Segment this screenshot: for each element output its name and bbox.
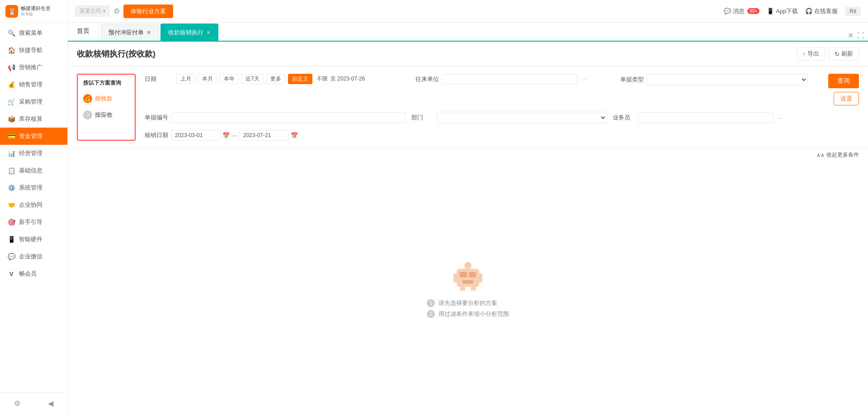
filter-sidebar-title: 按以下方案查询 bbox=[78, 79, 135, 90]
smart-hardware-icon: 📱 bbox=[7, 235, 15, 243]
sidebar-item-label: 销售管理 bbox=[19, 81, 42, 89]
collapse-button[interactable]: ∧∧ 收起更多条件 bbox=[816, 151, 859, 159]
doc-type-label: 单据类型 bbox=[620, 76, 644, 84]
collapse-label: 收起更多条件 bbox=[826, 151, 859, 159]
verify-date-end-input[interactable] bbox=[239, 130, 289, 141]
refresh-button[interactable]: ↻ 刷新 bbox=[829, 47, 859, 61]
collapse-icon: ∧∧ bbox=[816, 152, 825, 158]
tab-receipt-close-icon[interactable]: ✕ bbox=[206, 29, 211, 36]
tab-home[interactable]: 首页 bbox=[68, 22, 99, 41]
bottom-settings-icon[interactable]: ⚙ bbox=[12, 397, 22, 409]
page-header-actions: ↑ 导出 ↻ 刷新 bbox=[797, 47, 859, 66]
tab-receipt-label: 收款核销执行 bbox=[168, 29, 203, 37]
export-icon: ↑ bbox=[803, 51, 806, 57]
date-btn-7days[interactable]: 近7天 bbox=[241, 74, 264, 84]
calendar-icon-start[interactable]: 📅 bbox=[222, 132, 230, 139]
bottom-collapse-icon[interactable]: ◀ bbox=[46, 397, 55, 409]
sidebar-item-sales[interactable]: 💰 销售管理 bbox=[0, 76, 67, 93]
topbar-gear-icon[interactable]: ⚙ bbox=[113, 7, 120, 15]
tab-prepay-offset[interactable]: 预付冲应付单 ✕ bbox=[101, 24, 159, 41]
tab-receipt-offset[interactable]: 收款核销执行 ✕ bbox=[160, 24, 218, 41]
page-area: 收款核销执行(按收款) ↑ 导出 ↻ 刷新 按以下方案查询 💰 按收款 bbox=[68, 42, 868, 414]
date-label: 日期 bbox=[145, 75, 167, 83]
sidebar-bottom: ⚙ ◀ bbox=[0, 392, 67, 414]
sidebar-item-quick-nav[interactable]: 🏠 快捷导航 bbox=[0, 42, 67, 59]
sidebar-item-label: 畅会员 bbox=[19, 270, 37, 278]
basic-info-icon: 📋 bbox=[7, 167, 15, 175]
message-label: 消息 bbox=[733, 7, 745, 15]
sidebar-item-label: 经营管理 bbox=[19, 149, 42, 157]
hint-num-2: 2 bbox=[427, 310, 435, 318]
svg-rect-5 bbox=[467, 262, 469, 266]
online-service-item[interactable]: 🎧 在线客服 bbox=[805, 7, 838, 15]
trial-industry-button[interactable]: 体验行业方案 bbox=[123, 5, 173, 18]
settings-button[interactable]: 设置 bbox=[834, 92, 859, 105]
sidebar-item-guide[interactable]: 🎯 新手引导 bbox=[0, 214, 67, 231]
sidebar-item-purchase[interactable]: 🛒 采购管理 bbox=[0, 93, 67, 110]
wechat-icon: 💬 bbox=[7, 252, 15, 261]
export-button[interactable]: ↑ 导出 bbox=[797, 47, 826, 61]
sidebar-item-finance[interactable]: 💳 资金管理 bbox=[0, 128, 67, 145]
calendar-icon-end[interactable]: 📅 bbox=[291, 132, 298, 139]
doc-no-input[interactable] bbox=[171, 112, 406, 123]
partner-dots-icon[interactable]: ··· bbox=[580, 76, 589, 83]
finance-icon: 💳 bbox=[7, 132, 15, 140]
filter-option-by-receipt[interactable]: 💰 按收款 bbox=[78, 90, 135, 107]
sidebar-item-enterprise[interactable]: 🤝 企业协同 bbox=[0, 196, 67, 214]
search-button[interactable]: 查询 bbox=[828, 74, 859, 88]
sidebar-item-label: 基础信息 bbox=[19, 167, 42, 175]
filter-sidebar: 按以下方案查询 💰 按收款 ⏱ 按应收 bbox=[77, 74, 136, 141]
date-to-label: 至 2023-07-26 bbox=[330, 75, 365, 83]
sidebar-item-system[interactable]: ⚙️ 系统管理 bbox=[0, 179, 67, 196]
refresh-icon: ↻ bbox=[835, 51, 840, 57]
dept-select[interactable] bbox=[437, 112, 607, 124]
empty-hints: 1 请先选择要分析的方案 2 用过滤条件来缩小分析范围 bbox=[427, 299, 509, 318]
hint-num-1: 1 bbox=[427, 299, 435, 307]
hint-text-2: 用过滤条件来缩小分析范围 bbox=[439, 310, 509, 318]
staff-dots-icon[interactable]: ··· bbox=[776, 114, 785, 121]
sidebar-item-inventory[interactable]: 📦 库存核算 bbox=[0, 110, 67, 128]
date-btn-more[interactable]: 更多 bbox=[266, 74, 285, 84]
svg-rect-1 bbox=[460, 272, 467, 277]
sidebar-item-member[interactable]: V 畅会员 bbox=[0, 265, 67, 282]
sidebar-item-operations[interactable]: 📊 经营管理 bbox=[0, 145, 67, 162]
receipt-option-label: 按收款 bbox=[95, 95, 113, 103]
topbar-right: 💬 消息 99+ 📱 App下载 🎧 在线客服 Rit bbox=[724, 7, 861, 16]
sidebar-item-smart-hardware[interactable]: 📱 智能硬件 bbox=[0, 231, 67, 248]
tab-prepay-close-icon[interactable]: ✕ bbox=[146, 29, 151, 36]
filter-area: 按以下方案查询 💰 按收款 ⏱ 按应收 日期 bbox=[68, 67, 868, 148]
sidebar-item-wechat[interactable]: 💬 企业微信 bbox=[0, 248, 67, 265]
app-download-item[interactable]: 📱 App下载 bbox=[767, 7, 798, 15]
date-btn-this-year[interactable]: 本年 bbox=[220, 74, 239, 84]
date-btn-last-month[interactable]: 上月 bbox=[176, 74, 195, 84]
page-header: 收款核销执行(按收款) ↑ 导出 ↻ 刷新 bbox=[68, 42, 868, 67]
sidebar-item-search[interactable]: 🔍 搜索菜单 bbox=[0, 24, 67, 42]
filter-option-by-receivable[interactable]: ⏱ 按应收 bbox=[78, 107, 135, 123]
service-icon: 🎧 bbox=[805, 8, 812, 14]
partner-input[interactable] bbox=[442, 74, 577, 85]
date-btn-custom[interactable]: 自定义 bbox=[288, 74, 312, 84]
receivable-option-icon: ⏱ bbox=[83, 110, 92, 119]
date-btn-this-month[interactable]: 本月 bbox=[198, 74, 217, 84]
receipt-option-icon: 💰 bbox=[83, 94, 92, 103]
doc-type-select[interactable] bbox=[646, 74, 808, 86]
sidebar-item-marketing[interactable]: 📢 营销推广 bbox=[0, 59, 67, 76]
username-area[interactable]: Rit bbox=[845, 7, 861, 16]
tab-home-label: 首页 bbox=[77, 27, 90, 35]
logo-icon: 🐰 bbox=[5, 5, 18, 18]
user-info[interactable]: 某某公司 ▾ bbox=[75, 5, 110, 17]
page-title: 收款核销执行(按收款) bbox=[77, 48, 156, 65]
tab-maximize-icon[interactable]: ⛶ bbox=[857, 32, 864, 40]
filter-actions: 查询 设置 bbox=[825, 74, 859, 105]
staff-label: 业务员 bbox=[613, 114, 635, 122]
staff-input[interactable] bbox=[638, 112, 774, 123]
verify-date-start-input[interactable] bbox=[171, 130, 221, 141]
verify-date-group: 📅 — 📅 bbox=[171, 130, 298, 141]
message-item[interactable]: 💬 消息 99+ bbox=[724, 7, 760, 15]
app-icon: 📱 bbox=[767, 8, 774, 14]
message-icon: 💬 bbox=[724, 8, 731, 14]
tab-close-all-icon[interactable]: ✕ bbox=[848, 31, 854, 40]
logo-badge: 标准版 bbox=[21, 11, 51, 17]
message-badge: 99+ bbox=[747, 8, 760, 14]
sidebar-item-basic-info[interactable]: 📋 基础信息 bbox=[0, 162, 67, 179]
